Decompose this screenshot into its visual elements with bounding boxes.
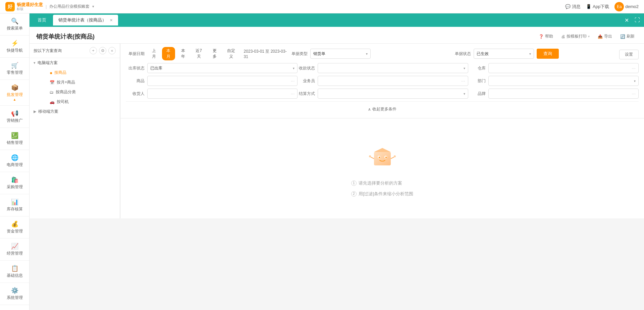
user-info[interactable]: Ea demo2 — [614, 2, 639, 11]
tree-group-desktop[interactable]: ▾ 电脑端方案 — [30, 58, 120, 68]
operations-icon: 📈 — [1, 243, 28, 250]
sidebar-item-purchase[interactable]: 🛍️ 采购管理 — [0, 172, 29, 194]
tab-home[interactable]: 首页 — [32, 15, 52, 25]
collect-select[interactable]: ▾ — [318, 63, 468, 73]
scheme-tree: ▾ 电脑端方案 ● 按商品 📅 按月+商品 — [30, 58, 120, 116]
out-select[interactable]: 已出库 ▾ — [147, 63, 298, 73]
sidebar: 🔍 搜索菜单 ⚡ 快捷导航 🛒 零售管理 📦 批发管理 ▲ 📢 营销推广 💹 销… — [0, 13, 30, 310]
out-arrow-icon: ▾ — [293, 66, 294, 70]
app-download-btn[interactable]: 📱 App下载 — [586, 4, 609, 10]
dept-select[interactable]: ▾ — [488, 76, 639, 86]
calendar-icon: 📅 — [50, 80, 55, 85]
warehouse-filter: ··· — [488, 63, 639, 73]
type-label: 单据类型 — [290, 51, 310, 57]
date-btn-7days[interactable]: 近7天 — [191, 47, 207, 60]
print-btn[interactable]: 🖨 按模板打印 ▾ — [558, 32, 592, 41]
print-dropdown-icon: ▾ — [588, 35, 590, 38]
collect-arrow-icon: ▾ — [464, 66, 465, 70]
staff-filter: ··· — [318, 76, 468, 86]
date-btn-more[interactable]: 更多 — [208, 47, 221, 60]
search-icon: 🔍 — [1, 17, 28, 25]
sidebar-item-enterprise[interactable]: 🤝 企业协同 — [0, 305, 29, 310]
receiver-input[interactable]: ··· — [147, 89, 298, 99]
tab-report[interactable]: 销货单统计表（按商品） ✕ — [53, 15, 118, 25]
type-value: 销货单 — [313, 51, 325, 57]
sidebar-item-sales[interactable]: 💹 销售管理 — [0, 128, 29, 150]
sidebar-item-marketing[interactable]: 📢 营销推广 — [0, 106, 29, 128]
staff-ellipsis: ··· — [461, 78, 465, 84]
settings-button[interactable]: 设置 — [619, 50, 639, 59]
sidebar-item-operations[interactable]: 📈 经营管理 — [0, 239, 29, 261]
query-button[interactable]: 查询 — [537, 49, 559, 59]
sidebar-item-retail[interactable]: 🛒 零售管理 — [0, 58, 29, 80]
tree-item-by-month-goods[interactable]: 📅 按月+商品 — [40, 78, 120, 87]
date-btn-custom[interactable]: 自定义 — [222, 47, 239, 60]
sidebar-item-quicknav[interactable]: ⚡ 快捷导航 — [0, 36, 29, 58]
status-select[interactable]: 已生效 ▾ — [474, 49, 534, 59]
tree-item-by-driver[interactable]: 🚗 按司机 — [40, 97, 120, 107]
settings-scheme-btn[interactable]: ⚙ — [99, 47, 106, 54]
sidebar-label-inventory: 库存核算 — [1, 206, 28, 212]
step-2-num: 2 — [351, 191, 357, 197]
sidebar-item-system[interactable]: ⚙️ 系统管理 — [0, 283, 29, 305]
logo-area: 好 畅捷通好生意 标版 — [5, 2, 43, 11]
status-label: 单据状态 — [453, 51, 474, 57]
sidebar-item-finance[interactable]: 💰 资金管理 — [0, 216, 29, 239]
tab-close-all-btn[interactable]: ✕ — [623, 16, 631, 24]
warehouse-label: 仓库 — [468, 65, 488, 71]
goods-input[interactable]: ··· — [147, 76, 298, 86]
type-filter: 销货单 ▾ — [310, 49, 453, 59]
sidebar-item-inventory[interactable]: 📊 库存核算 — [0, 194, 29, 216]
ecommerce-icon: 🌐 — [1, 154, 28, 161]
payment-select[interactable]: ▾ — [318, 89, 468, 99]
warehouse-input[interactable]: ··· — [488, 63, 639, 73]
message-icon: 💬 — [565, 4, 571, 9]
filter-row-4: 收货人 ··· 结算方式 ▾ — [126, 89, 639, 99]
sidebar-item-search[interactable]: 🔍 搜索菜单 — [0, 13, 29, 36]
tab-maximize-btn[interactable]: ⛶ — [633, 16, 641, 24]
purchase-icon: 🛍️ — [1, 176, 28, 184]
staff-input[interactable]: ··· — [318, 76, 468, 86]
sidebar-item-wholesale[interactable]: 📦 批发管理 ▲ — [0, 80, 29, 106]
collapse-label: 收起更多条件 — [372, 106, 396, 112]
empty-step2-label: 用[过滤]条件来缩小分析范围 — [359, 190, 413, 198]
type-select[interactable]: 销货单 ▾ — [310, 49, 371, 59]
sidebar-item-ecommerce[interactable]: 🌐 电商管理 — [0, 150, 29, 172]
top-bar-right: 💬 消息 📱 App下载 Ea demo2 — [565, 2, 639, 11]
expand-arrow: ▲ — [1, 98, 28, 101]
workspace-dropdown-icon[interactable]: ▾ — [92, 4, 94, 9]
empty-illustration — [366, 139, 399, 172]
empty-step1-label: 请先选择要分析的方案 — [359, 179, 402, 188]
date-btn-this-month[interactable]: 本月 — [162, 47, 175, 60]
tab-report-close[interactable]: ✕ — [110, 18, 113, 22]
export-btn[interactable]: 📤 导出 — [595, 32, 615, 41]
tab-report-label: 销货单统计表（按商品） — [58, 17, 106, 23]
refresh-btn[interactable]: 🔄 刷新 — [618, 32, 637, 41]
basic-icon: 📋 — [1, 265, 28, 272]
page-header: 销货单统计表(按商品) ❓ 帮助 🖨 按模板打印 ▾ 📤 导出 — [30, 27, 644, 44]
collapse-row: ∧ 收起更多条件 — [126, 101, 639, 115]
empty-step-1: 1 请先选择要分析的方案 — [351, 179, 413, 188]
brand-ellipsis: ··· — [632, 91, 636, 96]
message-btn[interactable]: 💬 消息 — [565, 4, 581, 10]
tree-group-mobile[interactable]: ▶ 移动端方案 — [30, 107, 120, 116]
system-icon: ⚙️ — [1, 287, 28, 294]
tree-item-by-goods-label: 按商品 — [54, 70, 66, 75]
sidebar-label-basic: 基础信息 — [1, 273, 28, 278]
tree-item-by-category[interactable]: 🗂 按商品分类 — [40, 87, 120, 97]
brand-input[interactable]: ··· — [488, 89, 639, 99]
sidebar-label-operations: 经营管理 — [1, 251, 28, 256]
date-btn-last-month[interactable]: 上月 — [147, 47, 161, 60]
collapse-panel-btn[interactable]: « — [108, 47, 116, 54]
add-scheme-btn[interactable]: + — [90, 47, 97, 54]
tree-group-mobile-label: 移动端方案 — [38, 109, 58, 114]
sidebar-label-ecommerce: 电商管理 — [1, 162, 28, 168]
help-btn[interactable]: ❓ 帮助 — [536, 32, 556, 41]
filter-row-1: 单据日期 上月 本月 本年 近7天 更多 自定义 2023-03-01 至 20… — [126, 47, 639, 60]
filter-row-2: 出库状态 已出库 ▾ 收款状态 ▾ — [126, 63, 639, 73]
warehouse-ellipsis: ··· — [632, 65, 636, 71]
sidebar-item-basic[interactable]: 📋 基础信息 — [0, 261, 29, 283]
date-btn-this-year[interactable]: 本年 — [176, 47, 190, 60]
collapse-btn[interactable]: ∧ 收起更多条件 — [365, 104, 399, 115]
tree-item-by-goods[interactable]: ● 按商品 — [40, 68, 120, 78]
